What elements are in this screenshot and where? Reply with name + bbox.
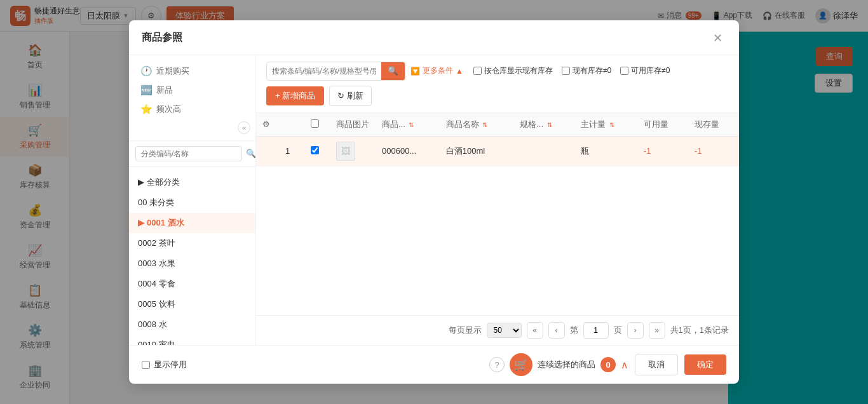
filter-icon: 🔽 bbox=[410, 67, 420, 76]
left-panel-nav: 🕐 近期购买 🆕 新品 ⭐ 频次高 « bbox=[129, 55, 255, 141]
col-settings: ⚙ bbox=[256, 113, 279, 137]
checkbox-label: 现有库存≠0 bbox=[573, 65, 611, 76]
modal-overlay: 商品参照 ✕ 🕐 近期购买 🆕 新品 ⭐ 频次高 bbox=[0, 0, 868, 404]
category-snacks[interactable]: 0004 零食 bbox=[129, 274, 255, 294]
category-fruit[interactable]: 0003 水果 bbox=[129, 253, 255, 274]
modal-footer: 显示停用 ? 🛒 连续选择的商品 0 ∧ 取消 确定 bbox=[129, 345, 739, 384]
row-settings bbox=[256, 136, 279, 166]
category-search-row: 🔍 bbox=[129, 141, 255, 167]
cart-count: 0 bbox=[600, 357, 616, 372]
product-search-wrap: 🔍 bbox=[266, 62, 405, 81]
category-label: 0001 酒水 bbox=[147, 217, 184, 229]
show-disabled-checkbox[interactable]: 显示停用 bbox=[142, 359, 187, 370]
collapse-left-button[interactable]: « bbox=[238, 121, 250, 134]
category-alcohol[interactable]: ▶ 0001 酒水 bbox=[129, 213, 255, 233]
product-table-wrap: ⚙ 商品图片 商品... bbox=[256, 113, 739, 315]
category-search-icon[interactable]: 🔍 bbox=[246, 149, 256, 158]
col-stock-header: 现存量 bbox=[688, 113, 739, 137]
row-num: 1 bbox=[279, 136, 304, 166]
category-search-input[interactable] bbox=[135, 146, 242, 161]
table-settings-icon[interactable]: ⚙ bbox=[262, 119, 270, 129]
right-panel: 🔍 🔽 更多条件 ▲ 按仓库显示现有库存 bbox=[256, 55, 739, 345]
available-stock-checkbox[interactable]: 现有库存≠0 bbox=[562, 65, 611, 76]
row-name: 白酒100ml bbox=[440, 136, 513, 166]
expand-icon: ▶ bbox=[138, 177, 144, 187]
page-label-text: 第 bbox=[570, 325, 578, 336]
modal-body: 🕐 近期购买 🆕 新品 ⭐ 频次高 « bbox=[129, 55, 739, 345]
category-unclassified[interactable]: 00 未分类 bbox=[129, 192, 255, 213]
col-spec-header[interactable]: 规格... ⇅ bbox=[513, 113, 574, 137]
category-drinks[interactable]: 0005 饮料 bbox=[129, 294, 255, 314]
category-all[interactable]: ▶ 全部分类 bbox=[129, 172, 255, 192]
col-code-header[interactable]: 商品... ⇅ bbox=[376, 113, 440, 137]
product-search-input[interactable] bbox=[267, 67, 381, 76]
sort-icon: ⇅ bbox=[609, 121, 614, 128]
sort-icon: ⇅ bbox=[482, 121, 487, 128]
chevron-up-icon: ▲ bbox=[456, 67, 463, 76]
checkbox-label: 按仓库显示现有库存 bbox=[484, 65, 553, 76]
last-page-button[interactable]: » bbox=[649, 322, 665, 339]
help-icon[interactable]: ? bbox=[489, 357, 505, 372]
page-number-input[interactable] bbox=[583, 322, 609, 339]
product-search-button[interactable]: 🔍 bbox=[381, 62, 405, 81]
category-appliances[interactable]: 0010 家电 bbox=[129, 335, 255, 345]
category-label: 0010 家电 bbox=[138, 339, 175, 345]
collapse-cart-button[interactable]: ∧ bbox=[621, 359, 628, 371]
category-label: 0002 茶叶 bbox=[138, 238, 175, 249]
row-code: 000600... bbox=[376, 136, 440, 166]
category-label: 0004 零食 bbox=[138, 278, 175, 290]
product-thumbnail: 🖼 bbox=[336, 142, 355, 161]
filter-checkboxes: 按仓库显示现有库存 现有库存≠0 可用库存≠0 bbox=[473, 65, 670, 76]
new-products-item[interactable]: 🆕 新品 bbox=[134, 81, 250, 100]
add-product-button[interactable]: + 新增商品 bbox=[266, 86, 324, 105]
per-page-select[interactable]: 50 100 200 bbox=[487, 323, 522, 338]
checkbox-label: 可用库存≠0 bbox=[631, 65, 670, 76]
modal-close-button[interactable]: ✕ bbox=[709, 29, 726, 47]
pagination-total-info: 共1页，1条记录 bbox=[670, 325, 729, 336]
nav-item-label: 新品 bbox=[156, 84, 173, 96]
cart-area: ? 🛒 连续选择的商品 0 ∧ bbox=[489, 353, 628, 376]
category-label: 0005 饮料 bbox=[138, 299, 175, 310]
col-check-header bbox=[304, 113, 330, 137]
cart-text: 连续选择的商品 bbox=[538, 359, 595, 370]
category-label: 00 未分类 bbox=[138, 197, 174, 208]
product-table: ⚙ 商品图片 商品... bbox=[256, 113, 739, 166]
category-water[interactable]: 0008 水 bbox=[129, 314, 255, 335]
select-all-checkbox[interactable] bbox=[311, 119, 319, 128]
show-disabled-label: 显示停用 bbox=[154, 359, 187, 370]
row-check[interactable] bbox=[304, 136, 330, 166]
category-label: 0003 水果 bbox=[138, 258, 175, 269]
first-page-button[interactable]: « bbox=[527, 322, 543, 339]
expand-icon: ▶ bbox=[138, 218, 144, 227]
col-name-header[interactable]: 商品名称 ⇅ bbox=[440, 113, 513, 137]
recent-purchase-item[interactable]: 🕐 近期购买 bbox=[134, 62, 250, 81]
prev-page-button[interactable]: ‹ bbox=[548, 322, 565, 339]
stock-by-warehouse-checkbox[interactable]: 按仓库显示现有库存 bbox=[473, 65, 553, 76]
star-icon: ⭐ bbox=[140, 104, 153, 115]
cancel-button[interactable]: 取消 bbox=[635, 354, 678, 375]
category-tea[interactable]: 0002 茶叶 bbox=[129, 233, 255, 253]
pagination-bar: 每页显示 50 100 200 « ‹ 第 页 › » 共1页，1条记录 bbox=[256, 315, 739, 345]
frequent-item[interactable]: ⭐ 频次高 bbox=[134, 100, 250, 119]
new-icon: 🆕 bbox=[140, 84, 153, 96]
cart-icon[interactable]: 🛒 bbox=[510, 353, 532, 376]
table-row[interactable]: 1 🖼 000600... bbox=[256, 136, 739, 166]
col-num-header bbox=[279, 113, 304, 137]
page-suffix: 页 bbox=[614, 325, 622, 336]
product-reference-modal: 商品参照 ✕ 🕐 近期购买 🆕 新品 ⭐ 频次高 bbox=[129, 20, 739, 384]
refresh-button[interactable]: ↻ 刷新 bbox=[329, 86, 372, 106]
usable-stock-checkbox[interactable]: 可用库存≠0 bbox=[620, 65, 670, 76]
category-label: 全部分类 bbox=[147, 177, 180, 188]
next-page-button[interactable]: › bbox=[627, 322, 644, 339]
col-unit-header[interactable]: 主计量 ⇅ bbox=[574, 113, 637, 137]
row-available: -1 bbox=[637, 136, 688, 166]
col-available-header: 可用量 bbox=[637, 113, 688, 137]
per-page-label: 每页显示 bbox=[449, 325, 482, 336]
sort-icon: ⇅ bbox=[409, 121, 414, 128]
more-filters-button[interactable]: 🔽 更多条件 ▲ bbox=[410, 65, 463, 76]
confirm-button[interactable]: 确定 bbox=[684, 354, 726, 375]
modal-title: 商品参照 bbox=[142, 31, 182, 44]
refresh-icon: ↻ bbox=[337, 91, 344, 100]
row-image: 🖼 bbox=[330, 136, 376, 166]
category-label: 0008 水 bbox=[138, 319, 167, 330]
